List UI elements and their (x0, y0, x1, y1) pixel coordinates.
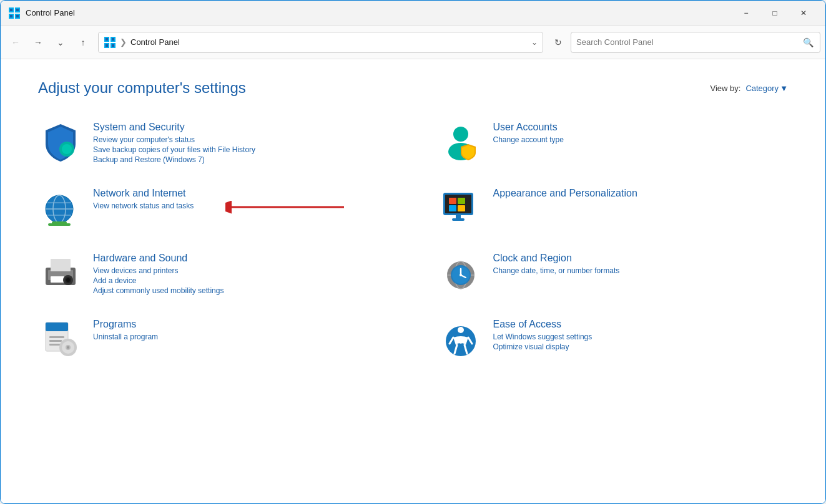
main-content: Adjust your computer's settings View by:… (1, 59, 825, 503)
system-security-icon (38, 119, 83, 164)
system-security-info: System and Security Review your computer… (93, 119, 388, 165)
window-icon (8, 7, 21, 19)
close-button[interactable]: ✕ (789, 3, 818, 23)
view-by: View by: Category ▼ (710, 84, 788, 93)
page-title: Adjust your computer's settings (38, 79, 246, 97)
category-network-internet: Network and Internet View network status… (38, 185, 388, 230)
categories-grid: System and Security Review your computer… (38, 119, 788, 381)
up-button[interactable]: ↑ (73, 32, 93, 52)
category-ease-access: Ease of Access Let Windows suggest setti… (438, 316, 789, 361)
network-internet-link-1[interactable]: View network status and tasks (93, 201, 388, 210)
svg-point-62 (458, 327, 464, 333)
svg-rect-6 (10, 15, 12, 17)
address-bar: ← → ⌄ ↑ ❯ Control Panel ⌄ ↻ (1, 26, 825, 59)
programs-link-1[interactable]: Uninstall a program (93, 332, 388, 341)
svg-rect-12 (106, 38, 108, 41)
category-programs: Programs Uninstall a program (38, 316, 388, 361)
svg-rect-15 (112, 44, 114, 47)
svg-rect-39 (51, 259, 71, 271)
user-accounts-icon (438, 119, 483, 164)
svg-rect-13 (112, 38, 114, 41)
programs-title[interactable]: Programs (93, 319, 388, 330)
back-button[interactable]: ← (6, 32, 26, 52)
refresh-button[interactable]: ↻ (548, 32, 568, 52)
svg-rect-54 (49, 336, 64, 338)
hardware-sound-link-3[interactable]: Adjust commonly used mobility settings (93, 286, 388, 295)
clock-region-link-1[interactable]: Change date, time, or number formats (493, 266, 789, 275)
viewby-label: View by: (710, 84, 740, 93)
svg-point-43 (66, 278, 70, 282)
appearance-icon (438, 185, 483, 230)
svg-rect-31 (449, 198, 456, 204)
window-title: Control Panel (26, 8, 732, 17)
control-panel-window: Control Panel − □ ✕ ← → ⌄ ↑ (0, 0, 826, 504)
programs-info: Programs Uninstall a program (93, 316, 388, 342)
maximize-button[interactable]: □ (760, 3, 789, 23)
ease-access-info: Ease of Access Let Windows suggest setti… (493, 316, 789, 352)
appearance-title[interactable]: Appearance and Personalization (493, 188, 789, 199)
title-bar: Control Panel − □ ✕ (1, 1, 825, 26)
category-appearance: Appearance and Personalization (438, 185, 789, 230)
address-icon (104, 36, 116, 49)
minimize-button[interactable]: − (732, 3, 760, 23)
svg-rect-7 (16, 15, 19, 17)
svg-rect-26 (48, 223, 71, 226)
category-clock-region: Clock and Region Change date, time, or n… (438, 250, 789, 296)
user-accounts-info: User Accounts Change account type (493, 119, 789, 145)
clock-region-icon (438, 250, 483, 295)
search-input[interactable] (576, 37, 799, 47)
clock-region-title[interactable]: Clock and Region (493, 253, 789, 264)
user-accounts-title[interactable]: User Accounts (493, 122, 789, 133)
svg-rect-55 (49, 340, 62, 342)
viewby-value[interactable]: Category ▼ (745, 84, 788, 93)
hardware-sound-link-1[interactable]: View devices and printers (93, 266, 388, 275)
svg-point-51 (460, 274, 462, 276)
svg-rect-5 (16, 9, 19, 11)
svg-rect-14 (106, 44, 108, 47)
system-security-title[interactable]: System and Security (93, 122, 388, 133)
ease-access-icon (438, 316, 483, 361)
svg-rect-53 (46, 322, 68, 331)
network-internet-info: Network and Internet View network status… (93, 185, 388, 211)
svg-rect-34 (458, 205, 465, 211)
svg-point-17 (62, 144, 72, 154)
svg-rect-36 (452, 218, 465, 221)
category-hardware-sound: Hardware and Sound View devices and prin… (38, 250, 388, 296)
category-system-security: System and Security Review your computer… (38, 119, 388, 165)
forward-button[interactable]: → (28, 32, 48, 52)
svg-point-60 (67, 346, 69, 349)
system-security-link-2[interactable]: Save backup copies of your files with Fi… (93, 145, 388, 154)
breadcrumb-label: Control Panel (130, 37, 528, 47)
ease-access-title[interactable]: Ease of Access (493, 319, 789, 330)
window-controls: − □ ✕ (732, 3, 818, 23)
search-button[interactable]: 🔍 (802, 36, 815, 49)
appearance-info: Appearance and Personalization (493, 185, 789, 201)
ease-access-link-2[interactable]: Optimize visual display (493, 342, 789, 351)
system-security-link-3[interactable]: Backup and Restore (Windows 7) (93, 155, 388, 164)
address-box[interactable]: ❯ Control Panel ⌄ (98, 32, 543, 53)
page-header: Adjust your computer's settings View by:… (38, 79, 788, 97)
system-security-link-1[interactable]: Review your computer's status (93, 135, 388, 144)
ease-access-link-1[interactable]: Let Windows suggest settings (493, 332, 789, 341)
svg-rect-32 (458, 198, 465, 204)
hardware-sound-link-2[interactable]: Add a device (93, 276, 388, 285)
svg-rect-4 (10, 9, 12, 11)
recent-locations-button[interactable]: ⌄ (51, 32, 71, 52)
hardware-sound-title[interactable]: Hardware and Sound (93, 253, 388, 264)
programs-icon (38, 316, 83, 361)
network-internet-icon (38, 185, 83, 230)
category-user-accounts: User Accounts Change account type (438, 119, 789, 165)
hardware-sound-info: Hardware and Sound View devices and prin… (93, 250, 388, 296)
hardware-sound-icon (38, 250, 83, 295)
svg-point-18 (453, 127, 468, 142)
svg-rect-33 (449, 205, 456, 211)
clock-region-info: Clock and Region Change date, time, or n… (493, 250, 789, 276)
breadcrumb-dropdown[interactable]: ⌄ (531, 38, 538, 47)
network-internet-title[interactable]: Network and Internet (93, 188, 388, 199)
search-box[interactable]: 🔍 (571, 32, 820, 53)
user-accounts-link-1[interactable]: Change account type (493, 135, 789, 144)
